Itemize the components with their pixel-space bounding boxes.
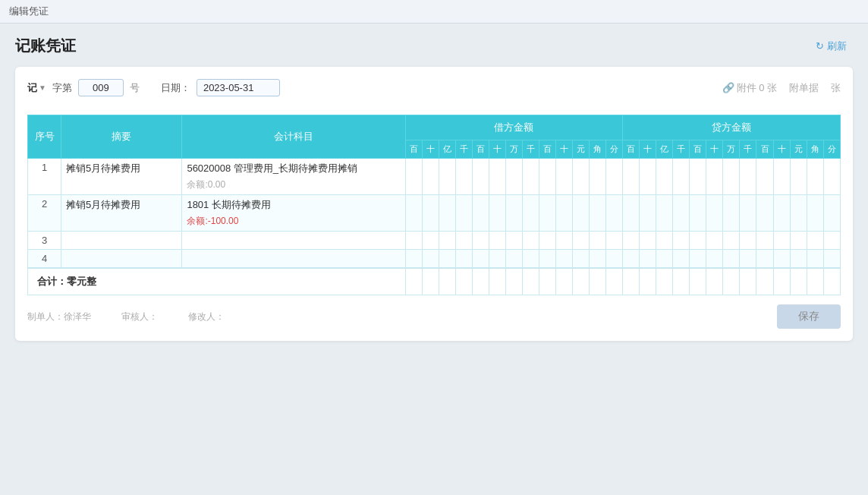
credit-digit-cell[interactable]	[656, 159, 673, 195]
debit-digit-cell[interactable]	[505, 195, 522, 232]
credit-digit-cell[interactable]	[740, 250, 756, 269]
debit-digit-cell[interactable]	[522, 195, 539, 232]
debit-digit-cell[interactable]	[505, 250, 522, 269]
debit-digit-cell[interactable]	[489, 159, 505, 195]
debit-digit-cell[interactable]	[439, 159, 455, 195]
credit-digit-cell[interactable]	[656, 195, 673, 232]
credit-digit-cell[interactable]	[823, 232, 840, 250]
debit-digit-cell[interactable]	[505, 159, 522, 195]
credit-digit-cell[interactable]	[823, 250, 840, 269]
debit-digit-cell[interactable]	[405, 195, 422, 232]
debit-digit-cell[interactable]	[539, 159, 555, 195]
debit-digit-cell[interactable]	[405, 232, 422, 250]
debit-digit-cell[interactable]	[555, 232, 572, 250]
debit-digit-cell[interactable]	[405, 250, 422, 269]
refresh-button[interactable]: ↻ 刷新	[810, 36, 853, 56]
debit-digit-cell[interactable]	[455, 250, 472, 269]
credit-digit-cell[interactable]	[756, 250, 773, 269]
credit-digit-cell[interactable]	[740, 195, 756, 232]
credit-digit-cell[interactable]	[640, 195, 656, 232]
save-button[interactable]: 保存	[777, 304, 841, 329]
credit-digit-cell[interactable]	[740, 232, 756, 250]
credit-digit-cell[interactable]	[723, 195, 740, 232]
credit-digit-cell[interactable]	[740, 159, 756, 195]
credit-digit-cell[interactable]	[756, 232, 773, 250]
debit-digit-cell[interactable]	[522, 159, 539, 195]
debit-digit-cell[interactable]	[539, 195, 555, 232]
debit-digit-cell[interactable]	[572, 159, 589, 195]
debit-digit-cell[interactable]	[606, 250, 623, 269]
debit-digit-cell[interactable]	[590, 250, 606, 269]
credit-digit-cell[interactable]	[773, 232, 790, 250]
debit-digit-cell[interactable]	[439, 195, 455, 232]
debit-digit-cell[interactable]	[522, 250, 539, 269]
credit-digit-cell[interactable]	[623, 250, 640, 269]
debit-digit-cell[interactable]	[455, 195, 472, 232]
debit-digit-cell[interactable]	[439, 250, 455, 269]
row-summary[interactable]	[61, 250, 182, 269]
credit-digit-cell[interactable]	[706, 250, 723, 269]
row-account[interactable]: 1801 长期待摊费用余额:-100.00	[182, 195, 405, 232]
credit-digit-cell[interactable]	[823, 195, 840, 232]
credit-digit-cell[interactable]	[690, 159, 706, 195]
credit-digit-cell[interactable]	[690, 232, 706, 250]
debit-digit-cell[interactable]	[489, 250, 505, 269]
attach-slip-button[interactable]: 附单据	[789, 81, 819, 95]
voucher-number-input[interactable]	[78, 79, 124, 96]
credit-digit-cell[interactable]	[773, 250, 790, 269]
credit-digit-cell[interactable]	[706, 195, 723, 232]
credit-digit-cell[interactable]	[656, 232, 673, 250]
credit-digit-cell[interactable]	[807, 232, 823, 250]
credit-digit-cell[interactable]	[656, 250, 673, 269]
credit-digit-cell[interactable]	[673, 232, 690, 250]
debit-digit-cell[interactable]	[606, 232, 623, 250]
debit-digit-cell[interactable]	[539, 232, 555, 250]
debit-digit-cell[interactable]	[572, 250, 589, 269]
credit-digit-cell[interactable]	[623, 195, 640, 232]
credit-digit-cell[interactable]	[773, 195, 790, 232]
credit-digit-cell[interactable]	[807, 159, 823, 195]
credit-digit-cell[interactable]	[723, 159, 740, 195]
credit-digit-cell[interactable]	[673, 159, 690, 195]
credit-digit-cell[interactable]	[673, 250, 690, 269]
debit-digit-cell[interactable]	[555, 159, 572, 195]
credit-digit-cell[interactable]	[723, 250, 740, 269]
credit-digit-cell[interactable]	[706, 159, 723, 195]
debit-digit-cell[interactable]	[472, 232, 489, 250]
row-account[interactable]: 56020008 管理费用_长期待摊费用摊销余额:0.00	[182, 159, 405, 195]
debit-digit-cell[interactable]	[472, 195, 489, 232]
row-summary[interactable]: 摊销5月待摊费用	[61, 159, 182, 195]
credit-digit-cell[interactable]	[756, 195, 773, 232]
debit-digit-cell[interactable]	[455, 232, 472, 250]
date-input[interactable]	[197, 79, 280, 96]
debit-digit-cell[interactable]	[590, 195, 606, 232]
credit-digit-cell[interactable]	[690, 250, 706, 269]
debit-digit-cell[interactable]	[555, 195, 572, 232]
credit-digit-cell[interactable]	[640, 232, 656, 250]
credit-digit-cell[interactable]	[790, 195, 807, 232]
debit-digit-cell[interactable]	[572, 195, 589, 232]
debit-digit-cell[interactable]	[422, 159, 439, 195]
credit-digit-cell[interactable]	[756, 159, 773, 195]
credit-digit-cell[interactable]	[690, 195, 706, 232]
debit-digit-cell[interactable]	[422, 195, 439, 232]
row-account[interactable]	[182, 250, 405, 269]
credit-digit-cell[interactable]	[790, 159, 807, 195]
credit-digit-cell[interactable]	[623, 232, 640, 250]
debit-digit-cell[interactable]	[455, 159, 472, 195]
debit-digit-cell[interactable]	[555, 250, 572, 269]
credit-digit-cell[interactable]	[807, 250, 823, 269]
type-dropdown[interactable]: 记 ▼	[27, 81, 46, 95]
debit-digit-cell[interactable]	[505, 232, 522, 250]
debit-digit-cell[interactable]	[422, 250, 439, 269]
debit-digit-cell[interactable]	[590, 232, 606, 250]
row-account[interactable]	[182, 232, 405, 250]
debit-digit-cell[interactable]	[606, 159, 623, 195]
row-summary[interactable]	[61, 232, 182, 250]
debit-digit-cell[interactable]	[439, 232, 455, 250]
debit-digit-cell[interactable]	[422, 232, 439, 250]
row-summary[interactable]: 摊销5月待摊费用	[61, 195, 182, 232]
debit-digit-cell[interactable]	[472, 250, 489, 269]
credit-digit-cell[interactable]	[807, 195, 823, 232]
credit-digit-cell[interactable]	[673, 195, 690, 232]
